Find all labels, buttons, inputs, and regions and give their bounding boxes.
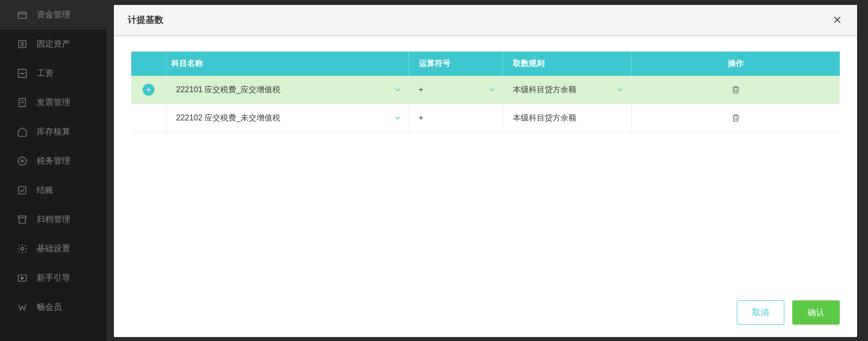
sidebar-item-settings[interactable]: 基础设置 <box>0 234 106 263</box>
archive-icon <box>17 214 28 225</box>
sidebar-item-tax[interactable]: 税务管理 <box>0 146 106 175</box>
col-header-rule: 取数规则 <box>503 52 631 76</box>
sidebar-item-invoice[interactable]: 发票管理 <box>0 88 106 117</box>
tax-icon <box>17 156 28 167</box>
invoice-icon <box>17 97 28 108</box>
modal-header: 计提基数 <box>114 5 857 37</box>
sidebar-item-label: 畅会员 <box>37 301 62 313</box>
action-cell <box>631 76 840 104</box>
rule-cell[interactable]: 本级科目贷方余额 <box>503 76 631 104</box>
table-row: 222102 应交税费_未交增值税+本级科目贷方余额 <box>131 104 840 132</box>
sidebar-item-closing[interactable]: 结账 <box>0 175 106 205</box>
table-row: 222101 应交税费_应交增值税+本级科目贷方余额 <box>131 76 840 104</box>
modal-dialog: 计提基数 科目名称 运算符号 取数规则 操作 222101 应交税费_应交增值税… <box>114 5 857 337</box>
col-header-add <box>131 52 166 76</box>
sidebar-item-label: 新手引导 <box>37 272 70 284</box>
sidebar-item-label: 库存核算 <box>37 126 70 137</box>
chevron-down-icon[interactable] <box>486 84 498 96</box>
subject-text: 222102 应交税费_未交增值税 <box>171 113 281 123</box>
sidebar-item-label: 归档管理 <box>37 214 70 225</box>
rule-text: 本级科目贷方余额 <box>513 113 576 123</box>
subject-cell[interactable]: 222101 应交税费_应交增值税 <box>166 76 408 104</box>
subject-cell[interactable]: 222102 应交税费_未交增值税 <box>166 104 408 132</box>
col-header-operator: 运算符号 <box>408 52 503 76</box>
operator-cell[interactable]: + <box>408 104 503 132</box>
cancel-button[interactable]: 取消 <box>737 300 784 325</box>
modal-body: 科目名称 运算符号 取数规则 操作 222101 应交税费_应交增值税+本级科目… <box>114 37 857 290</box>
sidebar-item-vip[interactable]: 畅会员 <box>0 292 106 322</box>
sidebar-item-label: 工资 <box>37 67 53 79</box>
delete-button[interactable] <box>637 85 835 95</box>
modal-title: 计提基数 <box>128 14 163 26</box>
sidebar-item-label: 资金管理 <box>37 9 70 20</box>
svg-rect-0 <box>18 12 27 18</box>
sidebar-item-fixed-assets[interactable]: 固定资产 <box>0 29 106 58</box>
sidebar-item-label: 发票管理 <box>37 97 70 108</box>
house-icon <box>17 126 28 137</box>
modal-footer: 取消 确认 <box>114 290 857 337</box>
operator-cell[interactable]: + <box>408 76 503 104</box>
add-row-button[interactable] <box>143 84 154 96</box>
close-button[interactable] <box>831 14 843 26</box>
sidebar-item-salary[interactable]: 工资 <box>0 58 106 88</box>
sidebar-item-label: 基础设置 <box>37 243 70 254</box>
closing-icon <box>17 185 28 196</box>
basis-table: 科目名称 运算符号 取数规则 操作 222101 应交税费_应交增值税+本级科目… <box>131 52 840 132</box>
add-cell <box>131 76 166 104</box>
vip-icon <box>17 302 28 313</box>
sidebar-item-label: 税务管理 <box>37 155 70 167</box>
gear-icon <box>17 243 28 254</box>
confirm-button[interactable]: 确认 <box>792 300 840 325</box>
col-header-subject: 科目名称 <box>166 52 408 76</box>
sidebar-item-inventory[interactable]: 库存核算 <box>0 117 106 146</box>
sidebar: 资金管理 固定资产 工资 发票管理 库存核算 税务管理 结账 <box>0 0 106 341</box>
chevron-down-icon[interactable] <box>392 84 404 96</box>
operator-text: + <box>419 85 423 94</box>
action-cell <box>631 104 840 132</box>
sidebar-item-funds[interactable]: 资金管理 <box>0 0 106 29</box>
sidebar-item-guide[interactable]: 新手引导 <box>0 263 106 292</box>
svg-rect-7 <box>19 218 26 223</box>
svg-rect-5 <box>19 186 26 194</box>
chart-icon <box>17 68 28 79</box>
rule-cell[interactable]: 本级科目贷方余额 <box>503 104 631 132</box>
subject-text: 222101 应交税费_应交增值税 <box>171 85 281 95</box>
play-icon <box>17 273 28 284</box>
operator-text: + <box>419 114 423 122</box>
sidebar-item-label: 固定资产 <box>37 38 70 50</box>
chevron-down-icon[interactable] <box>614 84 626 96</box>
sidebar-item-archive[interactable]: 归档管理 <box>0 205 106 234</box>
building-icon <box>17 39 28 50</box>
wallet-icon <box>17 9 28 20</box>
delete-button[interactable] <box>637 113 835 123</box>
rule-text: 本级科目贷方余额 <box>513 85 576 95</box>
svg-point-8 <box>21 247 24 250</box>
col-header-action: 操作 <box>631 52 840 76</box>
chevron-down-icon[interactable] <box>392 112 404 124</box>
sidebar-item-label: 结账 <box>37 184 53 196</box>
add-cell <box>131 104 166 132</box>
